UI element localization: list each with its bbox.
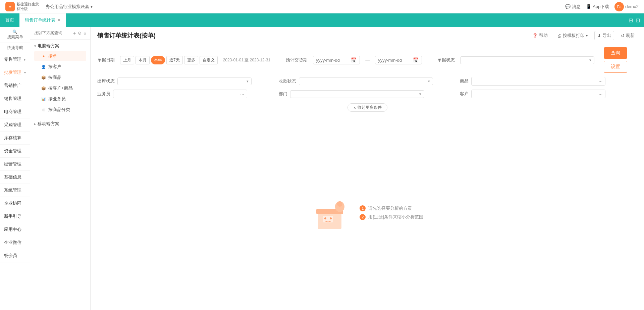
empty-tips: 1 请先选择要分析的方案 2 用[过滤]条件来缩小分析范围 (360, 205, 423, 223)
pc-category-title[interactable]: ▾ 电脑端方案 (34, 42, 86, 50)
sidebar-item-inventory[interactable]: 库存核算 (0, 132, 30, 145)
filter-area: 单据日期 上月 本月 本年 近7天 更多 自定义 2023-01-01 至 20… (91, 43, 644, 118)
tab-sales-order-stat[interactable]: 销售订单统计表 ✕ (19, 13, 66, 27)
left-panel: 按以下方案查询 + ⊙ « ▾ 电脑端方案 ● 按单 👤 (30, 27, 91, 310)
logo-icon (5, 2, 15, 11)
calendar-start-icon[interactable]: 📅 (351, 57, 357, 63)
add-scheme-btn[interactable]: + (73, 31, 76, 36)
date-last-7days[interactable]: 近7天 (166, 56, 183, 64)
breadcrumb-dropdown[interactable]: ▾ (91, 4, 93, 9)
tab-minimize-btn[interactable]: ⊟ (629, 17, 633, 23)
tab-expand-btn[interactable]: ⊡ (636, 17, 640, 23)
refresh-btn[interactable]: ↺ 刷新 (618, 31, 637, 40)
svg-point-7 (337, 201, 342, 207)
expected-date-end-input[interactable] (378, 58, 412, 63)
sidebar-item-sales[interactable]: 销售管理 (0, 92, 30, 105)
filter-row-date: 单据日期 上月 本月 本年 近7天 更多 自定义 2023-01-01 至 20… (97, 47, 637, 73)
scheme-by-order[interactable]: ● 按单 (34, 51, 86, 61)
empty-illustration (311, 197, 352, 231)
sidebar-item-appstore[interactable]: 应用中心 (0, 223, 30, 236)
doc-status-select[interactable]: ▾ (460, 56, 594, 64)
tab-home[interactable]: 首页 (0, 13, 19, 27)
user-area[interactable]: Ea demo2 (614, 2, 639, 11)
tip-num-2: 2 (360, 214, 366, 220)
expected-date-label: 预计交货期 (286, 57, 308, 63)
sidebar-item-operation[interactable]: 经营管理 (0, 158, 30, 171)
export-btn[interactable]: ⬇ 导出 (594, 31, 614, 40)
customer-cell: 客户 ··· (460, 90, 637, 98)
help-btn[interactable]: ❓ 帮助 (530, 31, 550, 40)
scheme-by-customer-goods[interactable]: 📦 按客户+商品 (34, 83, 86, 93)
mobile-category-title[interactable]: ▸ 移动端方案 (34, 119, 86, 128)
calendar-end-icon[interactable]: 📅 (413, 57, 419, 63)
sidebar-search[interactable]: 🔍 搜索菜单 (0, 27, 30, 43)
goods-select[interactable]: ··· (471, 77, 605, 86)
sidebar-item-member[interactable]: 畅会员 (0, 249, 30, 262)
page-actions: ❓ 帮助 🖨 按模板打印 ▾ ⬇ 导出 ↺ 刷新 (530, 31, 637, 40)
sidebar-quick-nav[interactable]: 快捷导航 (0, 43, 30, 53)
salesperson-ellipsis[interactable]: ··· (240, 91, 244, 97)
date-this-month[interactable]: 本月 (136, 56, 150, 64)
sidebar-item-retail[interactable]: 零售管理 ▸ (0, 53, 30, 66)
department-arrow: ▾ (419, 92, 421, 96)
mobile-scheme-category: ▸ 移动端方案 (30, 117, 90, 130)
tab-close-btn[interactable]: ✕ (57, 18, 61, 22)
sidebar-item-purchase[interactable]: 采购管理 (0, 118, 30, 132)
header-right: 💬 消息 📱 App下载 Ea demo2 (565, 2, 639, 11)
sidebar-item-marketing[interactable]: 营销推广 (0, 79, 30, 92)
customer-select[interactable]: ··· (471, 90, 605, 98)
date-range-display: 2023-01-01 至 2023-12-31 (223, 57, 270, 63)
date-more[interactable]: 更多 (184, 56, 198, 64)
sidebar-item-system[interactable]: 系统管理 (0, 184, 30, 197)
content-area: 按以下方案查询 + ⊙ « ▾ 电脑端方案 ● 按单 👤 (30, 27, 644, 310)
top-header: 畅捷通好生意 标准版 办公用品行业模拟账套 ▾ 💬 消息 📱 App下载 Ea … (0, 0, 644, 13)
date-last-month[interactable]: 上月 (120, 56, 134, 64)
print-btn[interactable]: 🖨 按模板打印 ▾ (554, 31, 590, 40)
scheme-by-goods[interactable]: 📦 按商品 (34, 72, 86, 83)
scheme-icon-cust-goods: 📦 (41, 86, 46, 91)
sidebar-item-enterprise[interactable]: 企业协同 (0, 197, 30, 210)
help-icon: ❓ (532, 33, 538, 38)
department-select[interactable]: ▾ (290, 90, 424, 98)
date-custom[interactable]: 自定义 (200, 56, 218, 64)
department-cell: 部门 ▾ (279, 90, 456, 98)
salesperson-select[interactable]: ··· (113, 90, 247, 98)
settings-btn[interactable]: 设置 (604, 61, 627, 73)
payment-status-arrow: ▾ (428, 79, 430, 84)
collapse-more-btn[interactable]: ∧ 收起更多条件 (347, 103, 387, 112)
customer-ellipsis[interactable]: ··· (599, 91, 603, 97)
pc-scheme-category: ▾ 电脑端方案 ● 按单 👤 按客户 📦 按商品 📦 按客户+商品 (30, 40, 90, 117)
sidebar-item-finance[interactable]: 资金管理 (0, 145, 30, 158)
sidebar-item-basic[interactable]: 基础信息 (0, 171, 30, 184)
payment-status-cell: 收款状态 ▾ (279, 77, 456, 86)
svg-rect-3 (323, 216, 333, 222)
collapse-icon: ∧ (353, 105, 356, 110)
app-download-btn[interactable]: 📱 App下载 (586, 4, 609, 10)
sidebar-item-weixin[interactable]: 企业微信 (0, 236, 30, 249)
goods-ellipsis[interactable]: ··· (599, 79, 603, 84)
empty-tip-2: 2 用[过滤]条件来缩小分析范围 (360, 214, 423, 220)
left-panel-actions: + ⊙ « (73, 31, 86, 36)
scheme-by-goods-category[interactable]: ⊞ 按商品分类 (34, 105, 86, 115)
payment-status-select[interactable]: ▾ (299, 78, 433, 85)
print-icon: 🖨 (557, 33, 561, 38)
collapse-panel-btn[interactable]: « (84, 31, 86, 36)
tab-bar-right: ⊟ ⊡ (629, 17, 644, 23)
edit-scheme-btn[interactable]: ⊙ (78, 31, 82, 36)
salesperson-cell: 业务员 ··· (97, 90, 275, 98)
scheme-by-salesperson[interactable]: 📊 按业务员 (34, 94, 86, 104)
avatar: Ea (614, 2, 624, 11)
refresh-icon: ↺ (621, 33, 625, 38)
ship-status-select[interactable]: ▾ (117, 78, 252, 85)
right-panel: 销售订单统计表(按单) ❓ 帮助 🖨 按模板打印 ▾ ⬇ 导出 (91, 27, 644, 310)
query-btn[interactable]: 查询 (604, 47, 627, 59)
messages-btn[interactable]: 💬 消息 (565, 4, 581, 10)
sidebar: 🔍 搜索菜单 快捷导航 零售管理 ▸ 批发管理 ▾ 营销推广 销售管理 电商管理… (0, 27, 30, 310)
filter-row-2: 出库状态 ▾ 收款状态 ▾ 商品 (97, 77, 637, 86)
scheme-by-customer[interactable]: 👤 按客户 (34, 62, 86, 72)
sidebar-item-newbie[interactable]: 新手引导 (0, 210, 30, 223)
sidebar-item-wholesale[interactable]: 批发管理 ▾ (0, 66, 30, 79)
sidebar-item-ecommerce[interactable]: 电商管理 (0, 105, 30, 118)
expected-date-start-input[interactable] (316, 58, 350, 63)
date-this-year[interactable]: 本年 (151, 56, 165, 64)
